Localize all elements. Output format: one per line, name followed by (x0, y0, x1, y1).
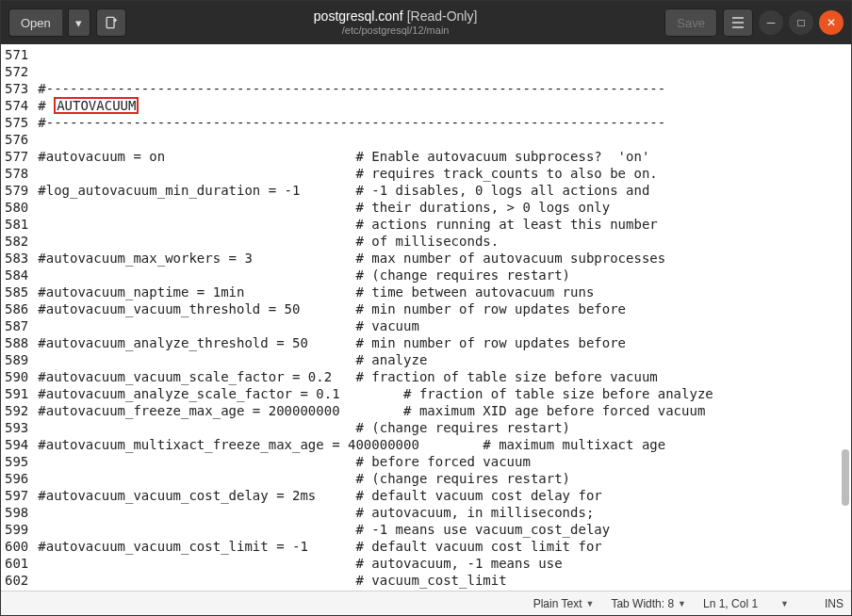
chevron-down-icon: ▾ (75, 16, 82, 30)
minimize-icon: ─ (767, 16, 776, 29)
code-line[interactable]: #autovacuum_naptime = 1min # time betwee… (38, 284, 851, 300)
code-line[interactable]: # their durations, > 0 logs only (38, 199, 851, 216)
code-line[interactable]: #log_autovacuum_min_duration = -1 # -1 d… (38, 182, 851, 199)
tab-width-label: Tab Width: 8 (611, 597, 674, 610)
line-number: 593 (5, 419, 28, 436)
code-line[interactable]: # AUTOVACUUM (38, 97, 851, 114)
code-content[interactable]: #---------------------------------------… (34, 44, 851, 591)
file-path: /etc/postgresql/12/main (126, 24, 665, 36)
chevron-down-icon: ▼ (585, 599, 594, 608)
syntax-mode-label: Plain Text (533, 597, 582, 610)
maximize-button[interactable]: □ (789, 10, 813, 35)
line-number: 587 (5, 317, 28, 334)
readonly-badge: [Read-Only] (407, 8, 478, 24)
new-tab-button[interactable] (96, 8, 126, 37)
file-name: postgresql.conf (314, 8, 403, 24)
new-document-icon (105, 16, 118, 29)
chevron-down-icon: ▼ (678, 599, 686, 608)
code-line[interactable]: # of milliseconds. (38, 233, 851, 250)
line-number: 588 (5, 334, 28, 351)
tab-width-selector[interactable]: Tab Width: 8 ▼ (611, 597, 686, 610)
line-number: 595 (5, 453, 28, 470)
code-line[interactable]: #---------------------------------------… (38, 80, 851, 97)
insert-mode-indicator[interactable]: INS (825, 597, 844, 610)
close-button[interactable]: ✕ (819, 10, 844, 35)
syntax-mode-selector[interactable]: Plain Text ▼ (533, 597, 595, 610)
code-line[interactable]: #autovacuum_analyze_threshold = 50 # min… (38, 334, 851, 351)
svg-rect-0 (106, 17, 114, 27)
code-line[interactable]: # -1 means use vacuum_cost_delay (38, 521, 851, 538)
line-number: 598 (5, 504, 28, 521)
line-number: 576 (5, 131, 28, 148)
line-number: 582 (5, 233, 28, 250)
titlebar-center: postgresql.conf [Read-Only] /etc/postgre… (126, 9, 665, 35)
code-line[interactable]: #autovacuum_analyze_scale_factor = 0.1 #… (38, 385, 851, 402)
line-number: 574 (5, 97, 28, 114)
line-number: 573 (5, 80, 28, 97)
line-number: 599 (5, 521, 28, 538)
line-number: 591 (5, 385, 28, 402)
line-number: 581 (5, 216, 28, 233)
line-number: 600 (5, 538, 28, 555)
chevron-down-icon: ▼ (780, 599, 789, 608)
code-line[interactable]: # vacuum (38, 317, 851, 334)
code-line[interactable]: # autovacuum, in milliseconds; (38, 504, 851, 521)
line-number: 580 (5, 199, 28, 216)
code-line[interactable]: # before forced vacuum (38, 453, 851, 470)
highlight-autovacuum: AUTOVACUUM (54, 97, 139, 114)
line-number: 584 (5, 267, 28, 284)
line-number: 579 (5, 182, 28, 199)
titlebar-left: Open ▾ (8, 8, 126, 37)
code-line[interactable]: #autovacuum_vacuum_threshold = 50 # min … (38, 300, 851, 317)
cursor-position-selector[interactable]: Ln 1, Col 1 ▼ (703, 597, 789, 610)
line-number: 583 (5, 250, 28, 267)
open-dropdown-button[interactable]: ▾ (68, 8, 90, 37)
minimize-button[interactable]: ─ (759, 10, 783, 35)
line-number: 586 (5, 300, 28, 317)
code-line[interactable]: # (change requires restart) (38, 419, 851, 436)
line-number: 594 (5, 436, 28, 453)
line-number: 596 (5, 470, 28, 487)
editor-area[interactable]: 5715725735745755765775785795805815825835… (1, 44, 851, 591)
titlebar-right: Save ─ □ ✕ (664, 8, 844, 37)
code-line[interactable]: # requires track_counts to also be on. (38, 165, 851, 182)
open-button[interactable]: Open (8, 8, 62, 37)
code-line[interactable]: # (change requires restart) (38, 267, 851, 284)
line-number: 597 (5, 487, 28, 504)
cursor-position-label: Ln 1, Col 1 (703, 597, 758, 610)
statusbar: Plain Text ▼ Tab Width: 8 ▼ Ln 1, Col 1 … (1, 591, 851, 615)
line-number: 589 (5, 351, 28, 368)
code-line[interactable]: #autovacuum_vacuum_cost_limit = -1 # def… (38, 538, 851, 555)
line-number: 585 (5, 284, 28, 300)
close-icon: ✕ (827, 16, 836, 29)
code-line[interactable]: #---------------------------------------… (38, 114, 851, 131)
code-line[interactable]: # analyze (38, 351, 851, 368)
line-number: 578 (5, 165, 28, 182)
line-number: 577 (5, 148, 28, 165)
line-number-gutter: 5715725735745755765775785795805815825835… (1, 44, 34, 591)
maximize-icon: □ (797, 16, 804, 29)
window-title: postgresql.conf [Read-Only] (126, 9, 665, 24)
code-line[interactable] (38, 46, 851, 63)
code-line[interactable]: #autovacuum_vacuum_cost_delay = 2ms # de… (38, 487, 851, 504)
code-line[interactable]: #autovacuum_freeze_max_age = 200000000 #… (38, 402, 851, 419)
line-number: 592 (5, 402, 28, 419)
code-line[interactable]: #autovacuum_vacuum_scale_factor = 0.2 # … (38, 368, 851, 385)
code-line[interactable] (38, 131, 851, 148)
code-line[interactable]: # autovacuum, -1 means use (38, 555, 851, 572)
hamburger-icon (731, 17, 745, 28)
code-line[interactable] (38, 63, 851, 80)
code-line[interactable]: # actions running at least this number (38, 216, 851, 233)
code-line[interactable]: #autovacuum_multixact_freeze_max_age = 4… (38, 436, 851, 453)
line-number: 572 (5, 63, 28, 80)
code-line[interactable]: # vacuum_cost_limit (38, 572, 851, 589)
line-number: 602 (5, 572, 28, 589)
code-line[interactable]: #autovacuum = on # Enable autovacuum sub… (38, 148, 851, 165)
save-button[interactable]: Save (664, 8, 717, 37)
line-number: 601 (5, 555, 28, 572)
titlebar: Open ▾ postgresql.conf [Read-Only] /etc/… (1, 1, 851, 44)
hamburger-button[interactable] (723, 8, 753, 37)
code-line[interactable]: #autovacuum_max_workers = 3 # max number… (38, 250, 851, 267)
vertical-scrollbar[interactable] (842, 449, 849, 506)
code-line[interactable]: # (change requires restart) (38, 470, 851, 487)
